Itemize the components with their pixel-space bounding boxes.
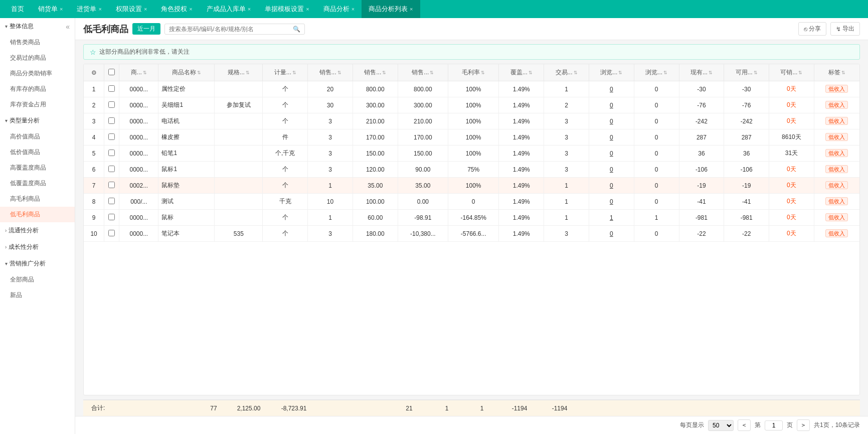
sidebar-item-new-goods[interactable]: 新品: [0, 287, 75, 303]
th-spec[interactable]: 规格...⇅: [215, 64, 263, 81]
row-checkbox[interactable]: [104, 226, 119, 242]
row-browse1[interactable]: 0: [589, 194, 634, 210]
row-browse1[interactable]: 0: [589, 146, 634, 162]
row-select-checkbox[interactable]: [108, 214, 115, 220]
prev-page-button[interactable]: ＜: [738, 419, 751, 431]
sidebar-item-high-margin[interactable]: 高毛利商品: [0, 191, 75, 207]
close-icon[interactable]: ×: [248, 6, 251, 12]
row-checkbox[interactable]: [104, 129, 119, 146]
sidebar-item-inventory-goods[interactable]: 有库存的商品: [0, 81, 75, 97]
browse1-link[interactable]: 0: [610, 166, 613, 173]
sidebar-item-traded-goods[interactable]: 交易过的商品: [0, 50, 75, 66]
th-gross-rate[interactable]: 毛利率⇅: [448, 64, 499, 81]
close-icon[interactable]: ×: [306, 6, 309, 12]
sidebar-item-high-value[interactable]: 高价值商品: [0, 129, 75, 144]
nav-sales-order[interactable]: 销货单 ×: [31, 0, 70, 18]
sidebar-group-overall[interactable]: ▾ 整体信息 «: [0, 18, 75, 35]
nav-product-analysis[interactable]: 商品分析 ×: [316, 0, 362, 18]
browse1-link[interactable]: 0: [610, 182, 613, 189]
row-select-checkbox[interactable]: [108, 166, 115, 172]
th-current[interactable]: 现有...⇅: [679, 64, 724, 81]
row-browse1[interactable]: 0: [589, 178, 634, 194]
search-input[interactable]: [169, 26, 293, 33]
nav-template-settings[interactable]: 单据模板设置 ×: [258, 0, 316, 18]
per-page-select[interactable]: 50 100 200: [708, 420, 734, 431]
row-browse1[interactable]: 0: [589, 129, 634, 146]
search-icon[interactable]: 🔍: [293, 26, 300, 33]
sidebar-item-category-rate[interactable]: 商品分类助销率: [0, 66, 75, 81]
close-icon[interactable]: ×: [352, 6, 355, 12]
row-select-checkbox[interactable]: [108, 182, 115, 188]
close-icon[interactable]: ×: [189, 6, 192, 12]
row-checkbox[interactable]: [104, 97, 119, 113]
row-checkbox[interactable]: [104, 146, 119, 162]
period-button[interactable]: 近一月: [132, 23, 160, 35]
row-select-checkbox[interactable]: [108, 85, 115, 92]
th-unit[interactable]: 计量...⇅: [263, 64, 308, 81]
nav-purchase-order[interactable]: 进货单 ×: [70, 0, 108, 18]
th-trade[interactable]: 交易...⇅: [544, 64, 589, 81]
th-available[interactable]: 可用...⇅: [724, 64, 769, 81]
close-icon[interactable]: ×: [410, 6, 413, 12]
browse1-link[interactable]: 0: [610, 134, 613, 141]
th-browse2[interactable]: 浏览...⇅: [634, 64, 679, 81]
nav-permission-settings[interactable]: 权限设置 ×: [109, 0, 154, 18]
row-checkbox[interactable]: [104, 113, 119, 129]
th-checkbox[interactable]: [104, 64, 119, 81]
sidebar-item-all-goods[interactable]: 全部商品: [0, 272, 75, 287]
share-button[interactable]: ⎋ 分享: [798, 22, 826, 36]
row-browse1[interactable]: 0: [589, 113, 634, 129]
th-sales3[interactable]: 销售...⇅: [398, 64, 448, 81]
browse1-link[interactable]: 1: [610, 214, 613, 221]
browse1-link[interactable]: 0: [610, 118, 613, 125]
row-browse1[interactable]: 0: [589, 81, 634, 97]
th-name[interactable]: 商品名称⇅: [158, 64, 215, 81]
row-browse1[interactable]: 0: [589, 162, 634, 178]
sidebar-item-high-coverage[interactable]: 高覆盖度商品: [0, 160, 75, 176]
next-page-button[interactable]: ＞: [797, 419, 810, 431]
row-checkbox[interactable]: [104, 210, 119, 226]
row-browse1[interactable]: 0: [589, 97, 634, 113]
collapse-icon[interactable]: «: [66, 23, 70, 31]
row-checkbox[interactable]: [104, 194, 119, 210]
browse1-link[interactable]: 0: [610, 86, 613, 93]
th-saleable[interactable]: 可销...⇅: [769, 64, 814, 81]
data-table-wrapper[interactable]: ⚙ 商...⇅ 商品名称⇅ 规格...⇅ 计量...⇅ 销售...⇅ 销售...…: [83, 64, 860, 395]
select-all-checkbox[interactable]: [108, 69, 115, 75]
nav-product-analysis-list[interactable]: 商品分析列表 ×: [362, 0, 420, 18]
row-browse1[interactable]: 0: [589, 226, 634, 242]
browse1-link[interactable]: 0: [610, 230, 613, 237]
row-browse1[interactable]: 1: [589, 210, 634, 226]
browse1-link[interactable]: 0: [610, 102, 613, 109]
th-code[interactable]: 商...⇅: [119, 64, 158, 81]
th-browse1[interactable]: 浏览...⇅: [589, 64, 634, 81]
th-coverage[interactable]: 覆盖...⇅: [499, 64, 544, 81]
row-select-checkbox[interactable]: [108, 150, 115, 156]
row-select-checkbox[interactable]: [108, 101, 115, 108]
sidebar-group-marketing[interactable]: ▾ 营销推广分析: [0, 255, 75, 272]
nav-home[interactable]: 首页: [4, 0, 31, 18]
row-select-checkbox[interactable]: [108, 230, 115, 236]
nav-product-inbound[interactable]: 产成品入库单 ×: [200, 0, 258, 18]
row-checkbox[interactable]: [104, 162, 119, 178]
page-number-input[interactable]: [765, 420, 783, 430]
sidebar-item-low-margin[interactable]: 低毛利商品: [0, 207, 75, 222]
row-checkbox[interactable]: [104, 81, 119, 97]
close-icon[interactable]: ×: [144, 6, 147, 12]
th-settings[interactable]: ⚙: [84, 64, 104, 81]
sidebar-group-circulation[interactable]: › 流通性分析: [0, 222, 75, 239]
row-select-checkbox[interactable]: [108, 117, 115, 124]
th-sales1[interactable]: 销售...⇅: [308, 64, 353, 81]
sidebar-item-low-value[interactable]: 低价值商品: [0, 144, 75, 160]
sidebar-group-growth[interactable]: › 成长性分析: [0, 239, 75, 255]
export-button[interactable]: ↯ 导出: [830, 22, 860, 36]
close-icon[interactable]: ×: [98, 6, 101, 12]
row-select-checkbox[interactable]: [108, 198, 115, 204]
th-sales2[interactable]: 销售...⇅: [353, 64, 398, 81]
sidebar-group-category-analysis[interactable]: ▾ 类型量分析: [0, 112, 75, 129]
sidebar-item-inventory-funds[interactable]: 库存资金占用: [0, 97, 75, 112]
row-checkbox[interactable]: [104, 178, 119, 194]
browse1-link[interactable]: 0: [610, 150, 613, 157]
close-icon[interactable]: ×: [60, 6, 63, 12]
nav-role-auth[interactable]: 角色授权 ×: [154, 0, 199, 18]
